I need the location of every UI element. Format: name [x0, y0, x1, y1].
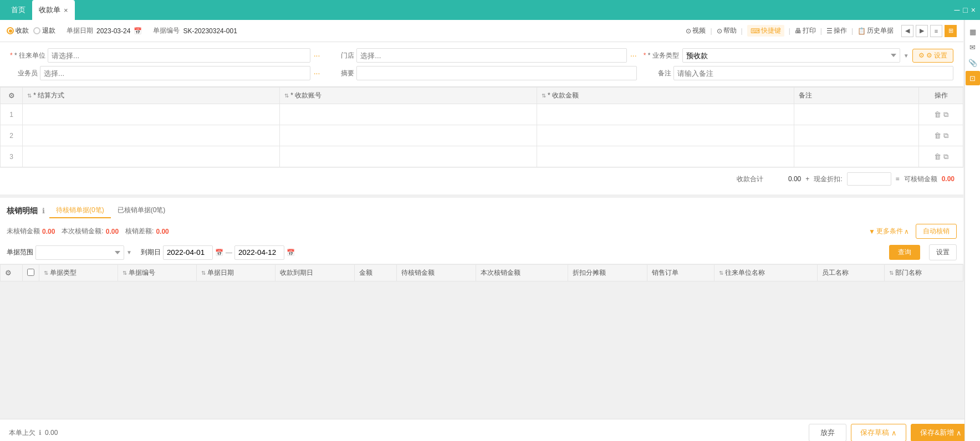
row-num-3: 3 [1, 146, 23, 167]
footer-left: 本单上欠 ℹ 0.00 [9, 428, 58, 438]
auto-write-button[interactable]: 自动核销 [916, 224, 957, 239]
summary-col: 摘要 [323, 64, 640, 82]
verify-info-icon: ℹ [42, 207, 45, 215]
win-close-btn[interactable]: × [971, 6, 976, 14]
settings-button[interactable]: ⚙ ⚙ 设置 [912, 49, 953, 63]
pending-tab[interactable]: 待核销单据(0笔) [49, 203, 111, 218]
col-settle-method: ⇅ * 结算方式 [23, 88, 280, 104]
row-2-copy-icon[interactable]: ⧉ [943, 131, 948, 140]
win-max-btn[interactable]: □ [963, 6, 967, 14]
row-1-remark[interactable] [794, 104, 918, 125]
doc-date-cal-icon[interactable]: 📅 [134, 27, 142, 35]
store-more-icon[interactable]: ··· [630, 51, 637, 60]
row-3-account[interactable] [279, 146, 537, 167]
counterparty-more-icon[interactable]: ··· [314, 51, 320, 60]
row-3-remark[interactable] [794, 146, 918, 167]
table-settings-icon[interactable]: ⚙ [8, 91, 15, 100]
col-collection-account: ⇅ * 收款账号 [279, 88, 537, 104]
sidebar-attach-icon[interactable]: 📎 [966, 55, 980, 70]
doc-date-info: 单据日期 2023-03-24 📅 [67, 26, 142, 35]
doc-num-info: 单据编号 SK-20230324-001 [153, 26, 237, 35]
row-2-account[interactable] [279, 125, 537, 146]
biz-type-select[interactable]: 预收款 [682, 48, 900, 63]
save-draft-button[interactable]: 保存草稿 ∧ [851, 424, 906, 441]
sidebar-capture-icon[interactable]: ⊡ [966, 71, 980, 85]
doc-range-select[interactable] [35, 245, 124, 260]
row-2-delete-icon[interactable]: 🗑 [934, 131, 941, 140]
win-min-btn[interactable]: ─ [954, 6, 959, 14]
table-row: 3 🗑 ⧉ [1, 146, 963, 167]
select-all-checkbox[interactable] [27, 269, 34, 276]
unverified-amount-label: 未核销金额 [7, 227, 40, 236]
doc-range-chevron-icon: ▼ [126, 249, 132, 255]
col-dept-name: ⇅ 部门名称 [885, 265, 963, 281]
row-2-settle[interactable] [23, 125, 280, 146]
bottom-table-settings-icon[interactable]: ⚙ [5, 269, 12, 277]
row-1-account[interactable] [279, 104, 537, 125]
save-new-arrow-icon: ∧ [956, 429, 962, 437]
radio-refund-label: 退款 [42, 26, 55, 35]
row-1-amount[interactable] [537, 104, 794, 125]
radio-refund-dot [33, 27, 40, 34]
row-3-delete-icon[interactable]: 🗑 [934, 152, 941, 161]
more-conditions-btn[interactable]: ▼ 更多条件 ∧ [869, 227, 909, 236]
row-2-actions: 🗑 ⧉ [919, 125, 963, 146]
staff-input[interactable] [40, 66, 310, 80]
due-date-start-input[interactable] [163, 245, 213, 260]
shortcut-action[interactable]: ⌨快捷键 [747, 25, 784, 37]
staff-more-icon[interactable]: ··· [314, 69, 320, 78]
bottom-table-section: ⚙ ⇅ 单据类型 ⇅ 单据编号 ⇅ 单据日期 [0, 264, 963, 281]
operation-action[interactable]: ☰操作 [826, 26, 847, 35]
query-button[interactable]: 查询 [889, 245, 920, 260]
due-date-end-input[interactable] [234, 245, 284, 260]
radio-collect[interactable]: 收款 [7, 26, 29, 35]
list-icon-btn[interactable]: ≡ [930, 25, 942, 37]
radio-refund[interactable]: 退款 [33, 26, 55, 35]
row-3-copy-icon[interactable]: ⧉ [943, 152, 948, 161]
sidebar-table-icon[interactable]: ▦ [966, 24, 980, 39]
unverified-amount-item: 未核销金额 0.00 [7, 227, 55, 236]
unverified-amount-value: 0.00 [42, 228, 55, 235]
store-input[interactable] [356, 48, 627, 63]
video-action[interactable]: ⊙视频 [686, 26, 706, 35]
counterparty-col: * 往来单位 ··· [7, 47, 323, 64]
due-date-end-cal-icon[interactable]: 📅 [287, 249, 295, 257]
row-1-settle[interactable] [23, 104, 280, 125]
active-tab[interactable]: 收款单 × [32, 0, 75, 20]
help-action[interactable]: ⊙帮助 [717, 26, 737, 35]
cash-discount-input[interactable] [847, 172, 891, 186]
col-this-verify: 本次核销金额 [476, 265, 568, 281]
abandon-button[interactable]: 放弃 [809, 424, 846, 441]
due-date-start-cal-icon[interactable]: 📅 [215, 249, 223, 257]
grid-icon-btn[interactable]: ⊞ [945, 25, 957, 37]
verify-title: 核销明细 [7, 206, 38, 216]
row-1-copy-icon[interactable]: ⧉ [943, 110, 948, 119]
col-staff-name: 员工名称 [818, 265, 885, 281]
row-2-remark[interactable] [794, 125, 918, 146]
history-action[interactable]: 📋历史单据 [858, 26, 894, 35]
verified-tab[interactable]: 已核销单据(0笔) [111, 203, 172, 218]
row-1-delete-icon[interactable]: 🗑 [934, 110, 941, 119]
col-sales-order: 销售订单 [647, 265, 714, 281]
close-tab-icon[interactable]: × [64, 6, 68, 14]
row-3-amount[interactable] [537, 146, 794, 167]
prev-icon-btn[interactable]: ◀ [901, 25, 913, 37]
net-amount-label: 可核销金额 [904, 175, 937, 184]
verify-detail-table: ⚙ ⇅ 单据类型 ⇅ 单据编号 ⇅ 单据日期 [0, 264, 963, 281]
footer: 本单上欠 ℹ 0.00 放弃 保存草稿 ∧ 保存&新增 ∧ [0, 419, 980, 441]
next-icon-btn[interactable]: ▶ [916, 25, 928, 37]
staff-label: 业务员 [10, 69, 38, 78]
row-3-settle[interactable] [23, 146, 280, 167]
print-action[interactable]: 🖶打印 [795, 26, 816, 35]
counterparty-label: * 往来单位 [10, 51, 45, 60]
home-tab[interactable]: 首页 [4, 0, 32, 20]
summary-input[interactable] [356, 66, 636, 80]
remark-input[interactable] [673, 66, 953, 80]
sidebar-message-icon[interactable]: ✉ [966, 40, 980, 54]
save-new-button[interactable]: 保存&新增 ∧ [911, 424, 971, 441]
filter-settings-button[interactable]: 设置 [929, 244, 957, 260]
counterparty-input[interactable] [48, 48, 310, 63]
store-label: 门店 [326, 51, 354, 60]
col-doc-type: ⇅ 单据类型 [39, 265, 118, 281]
row-2-amount[interactable] [537, 125, 794, 146]
